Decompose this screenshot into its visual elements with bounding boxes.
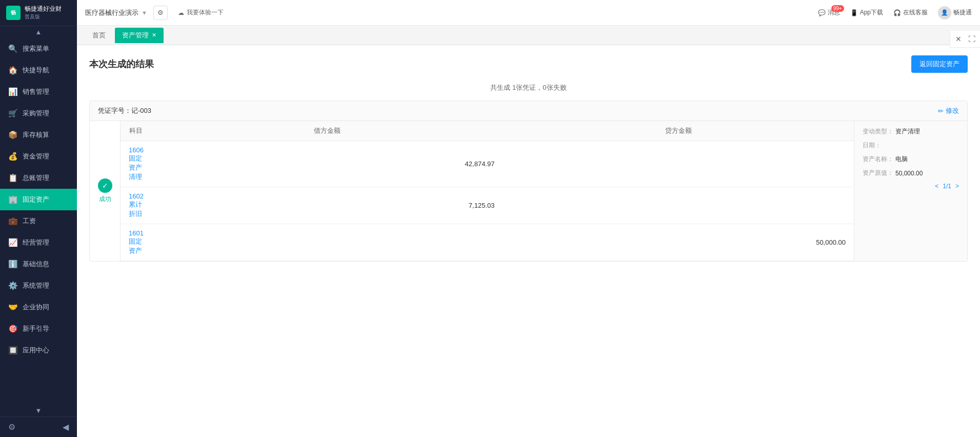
voucher-body: ✓ 成功 科目 借方金额 贷方金额 <box>90 121 967 261</box>
sidebar-label-9: 经营管理 <box>23 238 49 247</box>
settings-button[interactable]: ⚙ <box>153 6 168 20</box>
sidebar-item-采购管理[interactable]: 🛒采购管理 <box>0 103 77 124</box>
status-text: 成功 <box>99 195 111 204</box>
sidebar-item-企业协同[interactable]: 🤝企业协同 <box>0 296 77 318</box>
main: 医疗器械行业演示 ▼ ⚙ ☁ 我要体验一下 💬 消息 99+ 📱 App下载 <box>77 0 980 437</box>
summary-line: 共生成 1张凭证，0张失败 <box>89 83 968 92</box>
feedback-button[interactable]: ☁ 我要体验一下 <box>178 8 224 17</box>
content-area: 本次生成的结果 返回固定资产 共生成 1张凭证，0张失败 凭证字号：记-003 … <box>77 45 980 437</box>
sidebar-header: 畅 畅捷通好业财 普及版 <box>0 0 77 26</box>
table-row: 1606 固定资产清理 42,874.97 <box>121 141 854 187</box>
sidebar-nav: 🔍搜索菜单🏠快捷导航📊销售管理🛒采购管理📦库存核算💰资金管理📋总账管理🏢固定资产… <box>0 38 77 405</box>
tab-home[interactable]: 首页 <box>85 28 113 43</box>
tab-close-icon[interactable]: ✕ <box>152 32 156 38</box>
collapse-icon[interactable]: ◀ <box>63 422 69 432</box>
page-header: 本次生成的结果 返回固定资产 <box>89 55 968 73</box>
main-wrapper: 医疗器械行业演示 ▼ ⚙ ☁ 我要体验一下 💬 消息 99+ 📱 App下载 <box>77 0 980 437</box>
sidebar-item-固定资产[interactable]: 🏢固定资产 <box>0 189 77 210</box>
edit-icon: ✏ <box>938 107 944 115</box>
edit-label: 修改 <box>946 106 959 115</box>
debit-cell-0: 42,874.97 <box>152 141 503 187</box>
app-download-button[interactable]: 📱 App下载 <box>850 8 883 17</box>
close-window-button[interactable]: ✕ <box>952 33 965 45</box>
sidebar-label-6: 总账管理 <box>23 173 49 183</box>
sidebar-icon-4: 📦 <box>8 130 17 140</box>
sidebar-scroll-down[interactable]: ▼ <box>0 405 77 416</box>
sidebar-scroll-up[interactable]: ▲ <box>0 26 77 38</box>
original-value-label: 资产原值： <box>863 169 893 177</box>
table-row: 1602 累计折旧 7,125.03 <box>121 187 854 224</box>
sidebar-label-8: 工资 <box>23 216 36 226</box>
date-item: 日期： <box>863 141 959 150</box>
voucher-status-cell: ✓ 成功 <box>90 121 121 261</box>
messages-badge: 99+ <box>831 5 844 12</box>
sidebar: 畅 畅捷通好业财 普及版 ▲ 🔍搜索菜单🏠快捷导航📊销售管理🛒采购管理📦库存核算… <box>0 0 77 437</box>
date-label: 日期： <box>863 141 881 150</box>
voucher-edit-button[interactable]: ✏ 修改 <box>938 106 959 115</box>
tabs-bar: 首页 资产管理 ✕ <box>77 26 980 45</box>
sidebar-label-2: 销售管理 <box>23 87 49 96</box>
sidebar-item-新手引导[interactable]: 🎯新手引导 <box>0 318 77 340</box>
sidebar-icon-12: 🤝 <box>8 303 17 312</box>
sidebar-label-12: 企业协同 <box>23 303 49 312</box>
company-name: 医疗器械行业演示 <box>85 8 138 17</box>
back-to-fixed-assets-button[interactable]: 返回固定资产 <box>911 55 968 73</box>
sidebar-icon-11: ⚙️ <box>8 281 17 290</box>
sidebar-item-资金管理[interactable]: 💰资金管理 <box>0 146 77 167</box>
app-download-label: App下载 <box>860 8 883 17</box>
feedback-label: 我要体验一下 <box>187 8 224 17</box>
pagination-next[interactable]: > <box>955 183 959 190</box>
company-selector[interactable]: 医疗器械行业演示 ▼ <box>85 8 147 17</box>
pagination: < 1/1 > <box>863 183 959 190</box>
original-value-value: 50,000.00 <box>895 170 923 177</box>
username-label: 畅捷通 <box>953 8 972 17</box>
table-row: 1601 固定资产 50,000.00 <box>121 224 854 261</box>
topbar-right: 💬 消息 99+ 📱 App下载 🎧 在线客服 👤 畅捷通 <box>818 6 972 19</box>
sidebar-item-经营管理[interactable]: 📈经营管理 <box>0 232 77 253</box>
debit-cell-2 <box>152 224 503 261</box>
sidebar-item-应用中心[interactable]: 🔲应用中心 <box>0 340 77 361</box>
sidebar-item-快捷导航[interactable]: 🏠快捷导航 <box>0 59 77 81</box>
sidebar-label-14: 应用中心 <box>23 346 49 355</box>
voucher-header: 凭证字号：记-003 ✏ 修改 <box>90 101 967 121</box>
avatar: 👤 <box>938 6 951 19</box>
sidebar-icon-8: 💼 <box>8 216 17 226</box>
sidebar-label-3: 采购管理 <box>23 109 49 118</box>
tab-asset-management[interactable]: 资产管理 ✕ <box>115 28 164 43</box>
col-subject: 科目 <box>121 121 152 141</box>
debit-cell-1: 7,125.03 <box>152 187 503 224</box>
sidebar-item-基础信息[interactable]: ℹ️基础信息 <box>0 253 77 275</box>
app-title: 畅捷通好业财 <box>25 5 62 13</box>
online-support-button[interactable]: 🎧 在线客服 <box>893 8 928 17</box>
change-type-value: 资产清理 <box>895 127 920 136</box>
credit-cell-2: 50,000.00 <box>503 224 854 261</box>
sidebar-label-4: 库存核算 <box>23 130 49 140</box>
voucher-number: 凭证字号：记-003 <box>98 106 151 115</box>
original-value-item: 资产原值： 50,000.00 <box>863 169 959 177</box>
sidebar-icon-7: 🏢 <box>8 195 17 204</box>
messages-button[interactable]: 💬 消息 99+ <box>818 8 840 17</box>
tab-home-label: 首页 <box>92 31 106 40</box>
sidebar-item-系统管理[interactable]: ⚙️系统管理 <box>0 275 77 296</box>
user-profile[interactable]: 👤 畅捷通 <box>938 6 972 19</box>
sidebar-icon-2: 📊 <box>8 87 17 96</box>
credit-cell-1 <box>503 187 854 224</box>
subject-cell-0: 1606 固定资产清理 <box>121 141 152 187</box>
sidebar-item-库存核算[interactable]: 📦库存核算 <box>0 124 77 146</box>
credit-cell-0 <box>503 141 854 187</box>
sidebar-icon-3: 🛒 <box>8 109 17 118</box>
sidebar-icon-10: ℹ️ <box>8 260 17 269</box>
sidebar-item-总账管理[interactable]: 📋总账管理 <box>0 167 77 189</box>
sidebar-label-0: 搜索菜单 <box>23 44 49 53</box>
sidebar-item-销售管理[interactable]: 📊销售管理 <box>0 81 77 103</box>
sidebar-item-工资[interactable]: 💼工资 <box>0 210 77 232</box>
company-chevron-icon: ▼ <box>142 10 147 16</box>
message-icon: 💬 <box>818 9 826 16</box>
pagination-prev[interactable]: < <box>935 183 938 190</box>
voucher-table: 科目 借方金额 贷方金额 1606 固定资产清理 42,874.97 1602 … <box>121 121 854 261</box>
tab-asset-label: 资产管理 <box>122 31 149 40</box>
sidebar-icon-1: 🏠 <box>8 66 17 75</box>
sidebar-item-搜索菜单[interactable]: 🔍搜索菜单 <box>0 38 77 59</box>
expand-window-button[interactable]: ⛶ <box>966 33 978 45</box>
settings-icon[interactable]: ⚙ <box>8 422 15 432</box>
